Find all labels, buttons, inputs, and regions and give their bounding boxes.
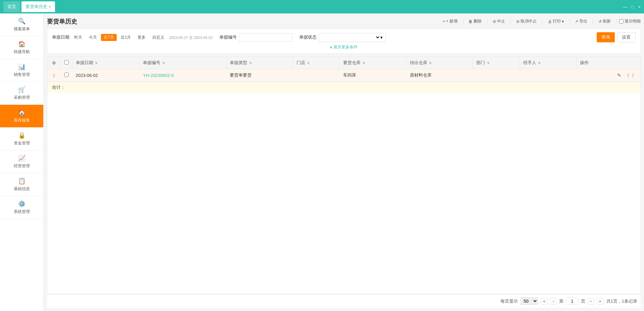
col-date-label: 单据日期 [76, 60, 93, 65]
display-detail-input[interactable] [619, 19, 624, 24]
col-pending-warehouse[interactable]: 待出仓库 ⇅ [406, 57, 473, 69]
sidebar-item-label: 搜索菜单 [14, 26, 30, 32]
status-select[interactable]: 已审核 未审核 已中止 [322, 35, 380, 40]
row-bill-no[interactable]: YH-20230602-0 [140, 69, 226, 82]
sort-icon: ⇅ [429, 61, 432, 65]
pagination-bar: 每页显示 50 10 20 100 « ‹ 第 页 › » 共1页，1条记录 [47, 294, 641, 308]
search-menu-icon: 🔍 [18, 17, 25, 25]
sidebar-item-system-mgmt[interactable]: ⚙️ 系统管理 [0, 196, 43, 219]
status-label: 单据状态 [299, 34, 317, 40]
add-button[interactable]: + + 新增 [440, 17, 460, 26]
refresh-button[interactable]: ↺ 刷新 [596, 17, 613, 26]
close-btn[interactable]: × [638, 4, 641, 9]
basic-info-icon: 📋 [18, 177, 25, 185]
settings-button[interactable]: 设置 [617, 32, 636, 42]
bill-no-input[interactable] [239, 33, 292, 42]
last1month-btn[interactable]: 近1月 [118, 34, 134, 41]
custom-btn[interactable]: 自定义 [150, 34, 167, 41]
minimize-btn[interactable]: — [623, 4, 628, 9]
expand-more-btn[interactable]: ▾ 展开更多条件 [52, 44, 636, 50]
print-button[interactable]: 🖨 打印 ▾ [545, 17, 567, 26]
col-checkbox[interactable] [61, 57, 72, 69]
chevron-down-icon: ▾ [380, 35, 383, 40]
sidebar-item-purchase-mgmt[interactable]: 🛒 采购管理 [0, 82, 43, 105]
last7days-btn[interactable]: 近7天 [101, 34, 117, 41]
status-filter-group: 单据状态 已审核 未审核 已中止 ▾ [299, 33, 386, 42]
col-req-warehouse-label: 要货仓库 [343, 60, 361, 65]
edit-action-icon[interactable]: ✎ [616, 72, 623, 79]
table-container: ⚙ 单据日期 ⇅ 单据编号 ⇅ 单据类型 [47, 56, 641, 294]
last-page-btn[interactable]: » [597, 298, 604, 305]
row-pending-warehouse: 原材料仓库 [406, 69, 473, 82]
row-checkbox[interactable] [64, 73, 69, 77]
row-actions: ✎ ⋮⋮ [576, 69, 640, 82]
tab-requisition-history[interactable]: 要货单历史 × [21, 1, 55, 12]
maximize-btn[interactable]: □ [632, 4, 634, 9]
bill-no-label: 单据编号 [219, 34, 237, 40]
page-prefix-label: 第 [559, 298, 564, 304]
prev-page-btn[interactable]: ‹ [550, 298, 556, 305]
sidebar-item-label: 资金管理 [14, 140, 30, 146]
select-all-checkbox[interactable] [64, 60, 69, 64]
sidebar-item-quick-nav[interactable]: 🏠 快捷导航 [0, 36, 43, 59]
tab-home[interactable]: 首页 [3, 1, 20, 12]
sales-mgmt-icon: 📊 [18, 63, 25, 71]
query-button[interactable]: 查询 [597, 32, 615, 42]
finance-mgmt-icon: 🔒 [18, 132, 25, 139]
row-store [293, 69, 339, 82]
export-button[interactable]: ↗ 导出 [572, 17, 590, 26]
col-handler[interactable]: 经手人 ⇅ [520, 57, 576, 69]
col-store[interactable]: 门店 ⇅ [293, 57, 339, 69]
export-label: 导出 [579, 18, 587, 24]
more-btn[interactable]: 更多 [135, 34, 148, 41]
col-dept[interactable]: 部门 ⇅ [473, 57, 520, 69]
row-bill-type: 要货单要货 [226, 69, 293, 82]
next-page-btn[interactable]: › [588, 298, 594, 305]
row-date: 2023-06-02 [72, 69, 140, 82]
first-page-btn[interactable]: « [541, 298, 548, 305]
sidebar-item-sales-mgmt[interactable]: 📊 销售管理 [0, 59, 43, 82]
col-bill-no[interactable]: 单据编号 ⇅ [140, 57, 226, 69]
bill-no-link[interactable]: YH-20230602-0 [143, 73, 174, 78]
print-icon: 🖨 [548, 19, 552, 24]
col-date[interactable]: 单据日期 ⇅ [72, 57, 140, 69]
sidebar-item-label: 库存核算 [14, 118, 30, 123]
sidebar-item-operations-mgmt[interactable]: 📈 经营管理 [0, 150, 43, 173]
table-header-row: ⚙ 单据日期 ⇅ 单据编号 ⇅ 单据类型 [47, 57, 640, 69]
sidebar-item-inventory[interactable]: 🏠 库存核算 [0, 105, 43, 128]
date-quick-btns: 昨天 今天 近7天 近1月 更多 自定义 [71, 34, 167, 41]
sidebar-item-label: 快捷导航 [14, 49, 30, 55]
col-settings[interactable]: ⚙ [47, 57, 61, 69]
page-header: 要货单历史 + + 新增 🗑 删除 ⊘ 中止 ⊘ [47, 17, 641, 26]
export-icon: ↗ [575, 19, 578, 24]
date-filter-label: 单据日期 [52, 34, 69, 40]
delete-button[interactable]: 🗑 删除 [466, 17, 484, 26]
print-dropdown-icon: ▾ [562, 19, 564, 24]
system-mgmt-icon: ⚙️ [18, 200, 25, 208]
tab-home-label: 首页 [7, 4, 16, 10]
col-req-warehouse[interactable]: 要货仓库 ⇅ [339, 57, 406, 69]
separator [616, 19, 616, 24]
sidebar-item-search-menu[interactable]: 🔍 搜索菜单 [0, 13, 43, 36]
col-bill-type[interactable]: 单据类型 ⇅ [226, 57, 293, 69]
status-select-wrapper[interactable]: 已审核 未审核 已中止 ▾ [319, 33, 386, 42]
cancel-stop-button[interactable]: ⊘ 取消中止 [514, 17, 539, 26]
tab-close-icon[interactable]: × [49, 4, 51, 9]
delete-label: 删除 [474, 18, 482, 24]
quick-nav-icon: 🏠 [18, 40, 25, 48]
yesterday-btn[interactable]: 昨天 [71, 34, 85, 41]
cancel-stop-icon: ⊘ [516, 19, 520, 24]
current-page-input[interactable] [566, 298, 578, 305]
sidebar-item-basic-info[interactable]: 📋 基础信息 [0, 173, 43, 196]
today-btn[interactable]: 今天 [86, 34, 100, 41]
col-handler-label: 经手人 [523, 60, 536, 65]
stop-button[interactable]: ⊘ 中止 [490, 17, 508, 26]
separator [542, 19, 542, 24]
delete-icon: 🗑 [469, 19, 473, 24]
more-action-icon[interactable]: ⋮⋮ [625, 72, 637, 79]
per-page-select[interactable]: 50 10 20 100 [521, 297, 538, 305]
date-range-display: 2023-05-27 至 2023-06-02 [169, 35, 213, 40]
sidebar-item-finance-mgmt[interactable]: 🔒 资金管理 [0, 128, 43, 150]
row-checkbox-cell[interactable] [61, 69, 72, 82]
display-detail-checkbox[interactable]: 显示明细 [619, 18, 641, 24]
